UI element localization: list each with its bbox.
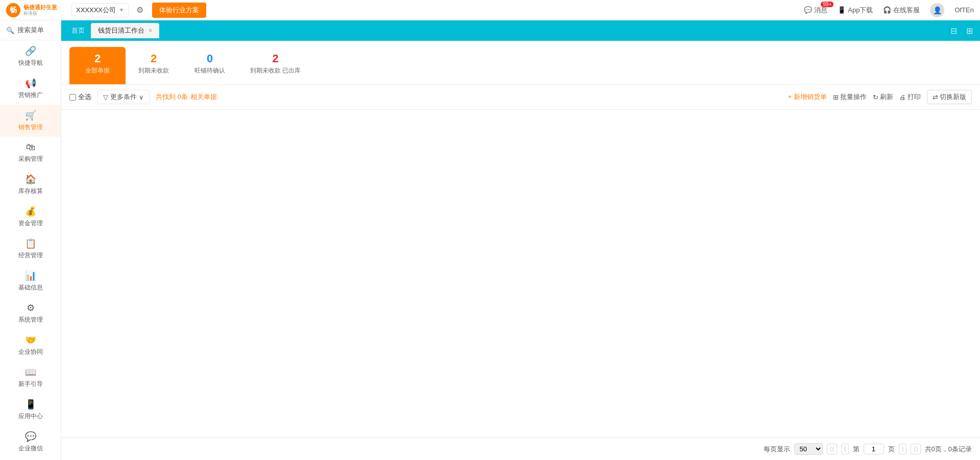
sidebar-item-new-guide[interactable]: 📖 新手引导 [0, 361, 61, 394]
print-label: 打印 [908, 92, 921, 102]
page-first-button[interactable]: ⟨⟨ [827, 444, 837, 454]
batch-icon: ⊞ [833, 93, 839, 101]
sidebar-label-wechat-work: 企业微信 [18, 444, 43, 453]
page-next-button[interactable]: ⟩ [899, 444, 906, 454]
online-service-label: 在线客服 [893, 6, 920, 15]
settings-button[interactable]: ⚙ [133, 3, 147, 17]
sidebar-label-marketing: 营销推广 [18, 91, 43, 100]
switch-version-button[interactable]: ⇄ 切换新版 [927, 90, 972, 104]
print-button[interactable]: 🖨 打印 [899, 92, 921, 102]
pagination: 每页显示 102050100 ⟨⟨ ⟨ 第 页 ⟩ ⟩⟩ 共0页，0条记录 [61, 438, 980, 460]
content-area: 首页 钱货日清工作台 × ⊟ ⊞ 2 全部单据 2 到期未收款 0 旺铺待确认 … [61, 20, 980, 460]
sidebar-icon-sales-mgmt: 🛒 [25, 110, 36, 121]
page-content: 2 全部单据 2 到期未收款 0 旺铺待确认 2 到期未收款 已出库 全选 ▽ … [61, 41, 980, 460]
refresh-label: 刷新 [880, 92, 893, 102]
sidebar-icon-operations: 📋 [25, 238, 36, 249]
logo-title: 畅捷通好生意 [23, 4, 57, 11]
sidebar-label-quick-nav: 快捷导航 [18, 59, 43, 67]
page-number-input[interactable] [864, 444, 884, 454]
company-selector[interactable]: XXXXXX公司 ▼ [71, 3, 129, 17]
toolbar-right: + 新增销货单 ⊞ 批量操作 ↻ 刷新 🖨 打印 ⇄ [788, 90, 972, 104]
sidebar-icon-quick-nav: 🔗 [25, 45, 36, 57]
sidebar-label-purchase-mgmt: 采购管理 [18, 155, 43, 163]
stat-card-2[interactable]: 0 旺铺待确认 [182, 47, 238, 84]
sidebar-icon-sys-mgmt: ⚙ [27, 302, 35, 313]
filter-label: 更多条件 [110, 92, 137, 102]
sidebar-label-sys-mgmt: 系统管理 [18, 316, 43, 324]
sidebar-item-member[interactable]: 👤 畅会员 [0, 458, 61, 460]
tab-maximize-button[interactable]: ⊞ [963, 25, 976, 37]
new-sale-order-button[interactable]: + 新增销货单 [788, 92, 827, 102]
sidebar-item-enterprise[interactable]: 🤝 企业协同 [0, 329, 61, 361]
sidebar-label-new-guide: 新手引导 [18, 380, 43, 389]
select-all-input[interactable] [69, 94, 76, 101]
select-all-checkbox[interactable]: 全选 [69, 92, 91, 102]
total-info: 共0页，0条记录 [925, 445, 972, 454]
sidebar-item-purchase-mgmt[interactable]: 🛍 采购管理 [0, 137, 61, 168]
page-size-select[interactable]: 102050100 [794, 443, 823, 455]
stat-number-2: 0 [207, 52, 213, 65]
found-unit: 条 [181, 93, 188, 101]
refresh-button[interactable]: ↻ 刷新 [873, 92, 893, 102]
user-name-area[interactable]: OfTEn [954, 6, 974, 14]
sidebar-item-wechat-work[interactable]: 💬 企业微信 [0, 426, 61, 458]
search-menu-button[interactable]: 🔍 搜索菜单 [0, 20, 61, 40]
stat-number-3: 2 [273, 52, 279, 65]
stat-card-0[interactable]: 2 全部单据 [69, 47, 126, 84]
top-header: 畅 畅捷通好生意 标准版 XXXXXX公司 ▼ ⚙ 体验行业方案 💬 消息 99… [0, 0, 980, 20]
switch-label: 切换新版 [940, 92, 966, 102]
sidebar-label-inventory: 库存核算 [18, 187, 43, 196]
tab-close-icon[interactable]: × [149, 27, 152, 34]
sidebar: 🔍 搜索菜单 🔗 快捷导航 📢 营销推广 🛒 销售管理 🛍 采购管理 🏠 库存核… [0, 20, 61, 460]
online-service-icon: 🎧 [883, 6, 891, 14]
stat-label-2: 旺铺待确认 [194, 66, 225, 75]
sidebar-item-quick-nav[interactable]: 🔗 快捷导航 [0, 40, 61, 72]
sidebar-item-basic-info[interactable]: 📊 基础信息 [0, 265, 61, 297]
sidebar-item-inventory[interactable]: 🏠 库存核算 [0, 168, 61, 201]
tab-qianhuoqingzuotai[interactable]: 钱货日清工作台 × [91, 23, 159, 38]
toolbar: 全选 ▽ 更多条件 ∨ 共找到 0条 相关单据 + 新增销货单 ⊞ 批量操作 [61, 85, 980, 110]
found-link[interactable]: 相关单据 [190, 93, 217, 101]
sidebar-item-marketing[interactable]: 📢 营销推广 [0, 72, 61, 105]
sidebar-icon-app-center: 📱 [25, 399, 36, 410]
tabs-bar: 首页 钱货日清工作台 × ⊟ ⊞ [61, 20, 980, 41]
sidebar-item-finance[interactable]: 💰 资金管理 [0, 201, 61, 233]
avatar[interactable]: 👤 [930, 3, 944, 17]
sidebar-item-sys-mgmt[interactable]: ⚙ 系统管理 [0, 297, 61, 329]
user-name: OfTEn [954, 6, 974, 14]
page-di-word: 第 [853, 445, 860, 454]
page-last-button[interactable]: ⟩⟩ [911, 444, 921, 454]
sidebar-icon-finance: 💰 [25, 206, 36, 217]
sidebar-icon-marketing: 📢 [25, 78, 36, 89]
sidebar-label-finance: 资金管理 [18, 219, 43, 228]
tab-minimize-button[interactable]: ⊟ [947, 25, 960, 37]
stats-row: 2 全部单据 2 到期未收款 0 旺铺待确认 2 到期未收款 已出库 [61, 41, 980, 85]
chevron-down-icon: ▼ [119, 7, 124, 13]
switch-icon: ⇄ [933, 93, 938, 101]
stat-card-3[interactable]: 2 到期未收款 已出库 [238, 47, 313, 84]
logo-area: 畅 畅捷通好生意 标准版 [6, 3, 67, 17]
filter-button[interactable]: ▽ 更多条件 ∨ [97, 90, 150, 104]
sidebar-item-sales-mgmt[interactable]: 🛒 销售管理 [0, 105, 61, 137]
logo-icon: 畅 [6, 3, 20, 17]
tab-controls-right: ⊟ ⊞ [947, 25, 976, 37]
app-download-button[interactable]: 📱 App下载 [838, 6, 873, 15]
online-service-button[interactable]: 🎧 在线客服 [883, 6, 920, 15]
page-prev-button[interactable]: ⟨ [841, 444, 849, 454]
tab-home[interactable]: 首页 [65, 23, 91, 38]
stat-card-1[interactable]: 2 到期未收款 [126, 47, 182, 84]
sidebar-item-operations[interactable]: 📋 经营管理 [0, 233, 61, 265]
batch-operation-button[interactable]: ⊞ 批量操作 [833, 92, 867, 102]
select-all-label: 全选 [78, 92, 91, 102]
stat-label-0: 全部单据 [85, 66, 110, 75]
sidebar-item-app-center[interactable]: 📱 应用中心 [0, 394, 61, 426]
filter-chevron-icon: ∨ [139, 93, 144, 101]
sidebar-icon-inventory: 🏠 [25, 174, 36, 185]
sidebar-icon-basic-info: 📊 [25, 270, 36, 281]
sidebar-icon-purchase-mgmt: 🛍 [26, 142, 35, 153]
sidebar-label-sales-mgmt: 销售管理 [18, 123, 43, 132]
experience-button[interactable]: 体验行业方案 [152, 3, 206, 18]
found-prefix: 共找到 [156, 93, 176, 101]
logo-subtitle: 标准版 [23, 11, 57, 16]
message-button[interactable]: 💬 消息 99+ [804, 6, 827, 15]
